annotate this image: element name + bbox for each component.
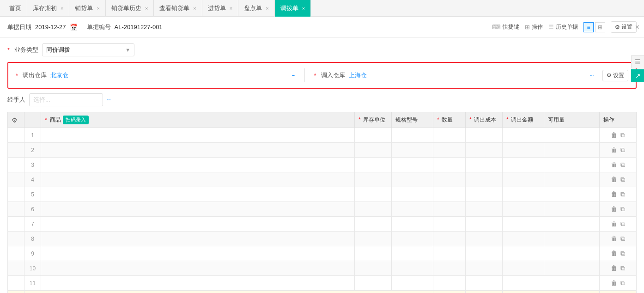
th-settings[interactable]: ⚙	[8, 112, 24, 128]
cell-product-9[interactable]	[41, 261, 355, 276]
scan-btn[interactable]: 扫码录入	[63, 116, 89, 124]
cell-amount-0[interactable]	[503, 128, 544, 143]
cell-amount-4[interactable]	[503, 187, 544, 202]
cell-product-5[interactable]	[41, 202, 355, 217]
tab-sales-history[interactable]: 销货单历史 ×	[106, 0, 154, 17]
cell-cost-5[interactable]	[466, 202, 503, 217]
cell-amount-10[interactable]	[503, 276, 544, 291]
tab-home[interactable]: 首页	[4, 0, 27, 17]
copy-icon-10[interactable]: ⧉	[620, 279, 625, 287]
manager-more-btn[interactable]: ···	[107, 96, 110, 104]
cell-qty-9[interactable]	[433, 261, 466, 276]
tab-inventory-count[interactable]: 盘点单 ×	[238, 0, 274, 17]
window-close-btn[interactable]: ×	[631, 17, 644, 37]
delete-icon-5[interactable]: 🗑	[611, 205, 617, 213]
cell-amount-5[interactable]	[503, 202, 544, 217]
cell-product-7[interactable]	[41, 232, 355, 246]
delete-icon-9[interactable]: 🗑	[611, 264, 617, 272]
cell-cost-9[interactable]	[466, 261, 503, 276]
copy-icon-5[interactable]: ⧉	[620, 205, 625, 213]
cell-qty-3[interactable]	[433, 172, 466, 187]
cell-qty-2[interactable]	[433, 158, 466, 172]
cell-qty-7[interactable]	[433, 232, 466, 246]
cell-product-6[interactable]	[41, 217, 355, 232]
delete-icon-10[interactable]: 🗑	[611, 279, 617, 287]
manager-select[interactable]: 选择...	[29, 93, 103, 106]
copy-icon-6[interactable]: ⧉	[620, 220, 625, 227]
cell-qty-4[interactable]	[433, 187, 466, 202]
cell-qty-1[interactable]	[433, 143, 466, 158]
tab-view-sales[interactable]: 查看销货单 ×	[154, 0, 202, 17]
cell-product-1[interactable]	[41, 143, 355, 158]
copy-icon-7[interactable]: ⧉	[620, 235, 625, 242]
cell-product-2[interactable]	[41, 158, 355, 172]
sidebar-list-icon[interactable]: ☰	[631, 55, 644, 68]
cell-product-8[interactable]	[41, 246, 355, 261]
table-scroll[interactable]: ⚙ * 商品 扫码录入 * 库存单位 规格型号	[7, 112, 637, 293]
cell-amount-1[interactable]	[503, 143, 544, 158]
cell-qty-0[interactable]	[433, 128, 466, 143]
tab-inventory-init[interactable]: 库存期初 ×	[27, 0, 69, 17]
tab-purchase-close[interactable]: ×	[230, 6, 232, 11]
tab-purchase[interactable]: 进货单 ×	[202, 0, 238, 17]
delete-icon-0[interactable]: 🗑	[611, 131, 617, 139]
cell-cost-2[interactable]	[466, 158, 503, 172]
delete-icon-1[interactable]: 🗑	[611, 146, 617, 153]
cell-amount-3[interactable]	[503, 172, 544, 187]
view-grid-btn[interactable]: ⊞	[595, 22, 605, 32]
cell-cost-6[interactable]	[466, 217, 503, 232]
cell-cost-4[interactable]	[466, 187, 503, 202]
cell-product-10[interactable]	[41, 276, 355, 291]
cell-amount-7[interactable]	[503, 232, 544, 246]
tab-sales-order-label: 销货单	[75, 4, 93, 12]
copy-icon-3[interactable]: ⧉	[620, 176, 625, 183]
business-type-select[interactable]: 同价调拨 ▼	[42, 43, 134, 56]
tab-transfer-close[interactable]: ×	[302, 6, 305, 11]
tab-sales-order-close[interactable]: ×	[97, 6, 99, 11]
warehouse-settings-btn[interactable]: ⚙ 设置	[602, 70, 628, 81]
tab-view-sales-close[interactable]: ×	[193, 6, 196, 11]
delete-icon-4[interactable]: 🗑	[611, 190, 617, 198]
cell-qty-5[interactable]	[433, 202, 466, 217]
delete-icon-3[interactable]: 🗑	[611, 176, 617, 183]
tab-inventory-count-close[interactable]: ×	[266, 6, 268, 11]
copy-icon-4[interactable]: ⧉	[620, 190, 625, 198]
tab-transfer[interactable]: 调拨单 ×	[275, 0, 311, 17]
calendar-icon[interactable]: 📅	[70, 24, 78, 31]
copy-icon-0[interactable]: ⧉	[620, 131, 625, 139]
tab-sales-order[interactable]: 销货单 ×	[69, 0, 105, 17]
cell-cost-7[interactable]	[466, 232, 503, 246]
quick-key-btn[interactable]: ⌨ 快捷键	[492, 23, 519, 31]
view-list-btn[interactable]: ≡	[583, 22, 594, 32]
cell-cost-8[interactable]	[466, 246, 503, 261]
cell-qty-8[interactable]	[433, 246, 466, 261]
copy-icon-9[interactable]: ⧉	[620, 264, 625, 272]
cell-cost-0[interactable]	[466, 128, 503, 143]
history-btn[interactable]: ☰ 历史单据	[548, 23, 578, 31]
sidebar-export-icon[interactable]: ↗	[631, 69, 644, 82]
delete-icon-8[interactable]: 🗑	[611, 250, 617, 257]
cell-amount-6[interactable]	[503, 217, 544, 232]
copy-icon-8[interactable]: ⧉	[620, 250, 625, 257]
delete-icon-2[interactable]: 🗑	[611, 161, 617, 168]
cell-product-4[interactable]	[41, 187, 355, 202]
delete-icon-6[interactable]: 🗑	[611, 220, 617, 227]
copy-icon-2[interactable]: ⧉	[620, 161, 625, 168]
delete-icon-7[interactable]: 🗑	[611, 235, 617, 242]
in-warehouse-more-btn[interactable]: ···	[590, 71, 593, 79]
tab-sales-history-close[interactable]: ×	[145, 6, 148, 11]
cell-cost-1[interactable]	[466, 143, 503, 158]
cell-amount-8[interactable]	[503, 246, 544, 261]
cell-product-0[interactable]	[41, 128, 355, 143]
cell-amount-2[interactable]	[503, 158, 544, 172]
copy-icon-1[interactable]: ⧉	[620, 146, 625, 153]
cell-qty-6[interactable]	[433, 217, 466, 232]
cell-cost-10[interactable]	[466, 276, 503, 291]
tab-inventory-init-close[interactable]: ×	[61, 6, 63, 11]
out-warehouse-more-btn[interactable]: ···	[292, 71, 295, 79]
cell-cost-3[interactable]	[466, 172, 503, 187]
operation-btn[interactable]: ⊞ 操作	[525, 23, 543, 31]
cell-qty-10[interactable]	[433, 276, 466, 291]
cell-product-3[interactable]	[41, 172, 355, 187]
cell-amount-9[interactable]	[503, 261, 544, 276]
